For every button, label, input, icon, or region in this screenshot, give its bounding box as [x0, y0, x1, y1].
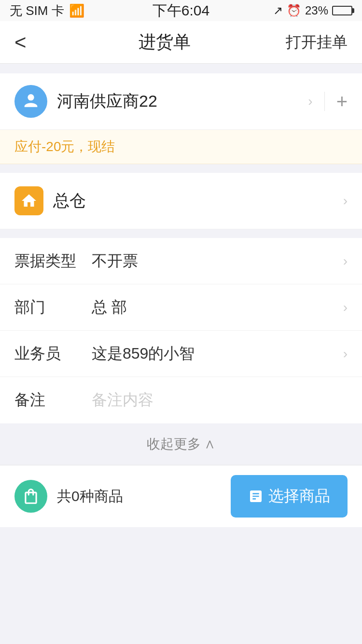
- select-product-button[interactable]: 选择商品: [231, 475, 348, 518]
- remark-placeholder[interactable]: 备注内容: [92, 390, 348, 411]
- select-product-icon: [248, 489, 264, 504]
- warehouse-icon-wrap: [14, 186, 43, 215]
- warehouse-chevron-icon: ›: [343, 193, 348, 209]
- salesperson-value: 这是859的小智: [92, 343, 343, 364]
- product-count-text: 共0种商品: [57, 487, 231, 506]
- status-bar-time: 下午6:04: [153, 1, 209, 21]
- remark-row[interactable]: 备注 备注内容: [0, 377, 362, 423]
- warehouse-section: 总仓 ›: [0, 173, 362, 229]
- salesperson-chevron-icon: ›: [343, 346, 348, 362]
- section-divider-2: [0, 164, 362, 173]
- department-row[interactable]: 部门 总 部 ›: [0, 284, 362, 331]
- supplier-section: 河南供应商22 › + 应付-20元，现结: [0, 73, 362, 164]
- status-bar-left: 无 SIM 卡 📶: [10, 2, 84, 19]
- carrier-text: 无 SIM 卡: [10, 2, 64, 19]
- collapse-label: 收起更多 ∧: [147, 435, 216, 453]
- salesperson-label: 业务员: [14, 343, 92, 364]
- department-label: 部门: [14, 297, 92, 318]
- collapse-button[interactable]: 收起更多 ∧: [0, 423, 362, 465]
- svg-point-0: [28, 94, 34, 100]
- department-chevron-icon: ›: [343, 300, 348, 315]
- wifi-icon: 📶: [69, 3, 84, 18]
- person-icon: [21, 92, 41, 111]
- back-button[interactable]: <: [14, 31, 43, 54]
- invoice-type-chevron-icon: ›: [343, 253, 348, 269]
- status-bar-right: ↗ ⏰ 23%: [273, 4, 352, 17]
- supplier-name: 河南供应商22: [57, 90, 308, 112]
- location-icon: ↗: [273, 4, 283, 17]
- supplier-avatar: [14, 85, 47, 118]
- supplier-chevron-icon: ›: [308, 94, 312, 109]
- invoice-type-label: 票据类型: [14, 251, 92, 272]
- form-section: 票据类型 不开票 › 部门 总 部 › 业务员 这是859的小智 › 备注 备注…: [0, 238, 362, 423]
- salesperson-row[interactable]: 业务员 这是859的小智 ›: [0, 331, 362, 377]
- section-divider-3: [0, 229, 362, 238]
- add-supplier-button[interactable]: +: [324, 92, 348, 111]
- remark-label: 备注: [14, 390, 92, 411]
- alarm-icon: ⏰: [287, 4, 301, 17]
- supplier-row[interactable]: 河南供应商22 › +: [0, 73, 362, 130]
- nav-bar: < 进货单 打开挂单: [0, 21, 362, 64]
- bottom-bar: 共0种商品 选择商品: [0, 465, 362, 527]
- invoice-type-value: 不开票: [92, 251, 343, 272]
- warehouse-name: 总仓: [53, 190, 343, 212]
- shopping-bag-icon: [22, 487, 40, 505]
- select-product-label: 选择商品: [268, 486, 330, 507]
- warehouse-row[interactable]: 总仓 ›: [0, 173, 362, 229]
- supplier-notice: 应付-20元，现结: [0, 130, 362, 164]
- warehouse-icon: [20, 192, 38, 210]
- battery-percentage: 23%: [305, 4, 328, 17]
- product-count-icon-wrap: [14, 480, 47, 513]
- status-bar: 无 SIM 卡 📶 下午6:04 ↗ ⏰ 23%: [0, 0, 362, 21]
- department-value: 总 部: [92, 297, 343, 318]
- battery-icon: [332, 6, 352, 15]
- invoice-type-row[interactable]: 票据类型 不开票 ›: [0, 238, 362, 284]
- section-divider-1: [0, 64, 362, 73]
- page-title: 进货单: [139, 30, 191, 54]
- open-pending-button[interactable]: 打开挂单: [286, 32, 348, 53]
